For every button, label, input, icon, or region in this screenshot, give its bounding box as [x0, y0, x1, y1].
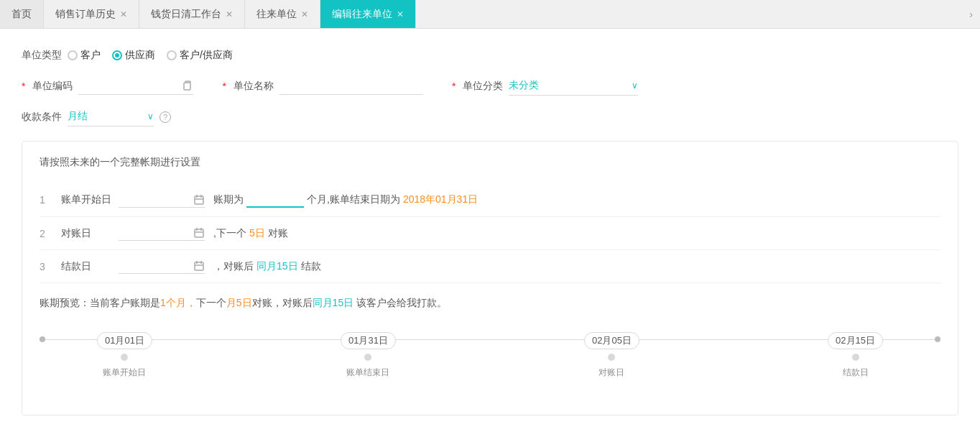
svg-rect-3	[195, 262, 203, 270]
svg-rect-2	[195, 229, 203, 237]
unit-category-field: * 单位分类 未分类 ∨	[452, 76, 638, 96]
tab-cash-work-label: 钱货日清工作台	[151, 8, 221, 21]
tabs-bar: 首页 销售订单历史 ✕ 钱货日清工作台 ✕ 往来单位 ✕ 编辑往来单位 ✕ ›	[0, 0, 980, 29]
preview-text: 账期预览：当前客户账期是1个月，下一个月5日对账，对账后同月15日 该客户会给我…	[40, 295, 940, 310]
preview-payment-day: 同月15日	[313, 297, 354, 308]
suffix-post-3: 结款	[301, 260, 321, 273]
unit-type-field: 单位类型 客户 供应商 客户/供应商	[22, 49, 233, 62]
reconcile-date-cal-icon[interactable]	[193, 227, 205, 239]
svg-rect-1	[195, 196, 203, 204]
start-date-cal-icon[interactable]	[193, 194, 205, 206]
suffix-pre-3: ，对账后	[213, 260, 254, 273]
radio-both-label: 客户/供应商	[180, 49, 233, 62]
radio-supplier[interactable]: 供应商	[112, 49, 155, 62]
unit-code-copy-icon[interactable]	[182, 80, 193, 91]
preview-reconcile-pre: 下一个	[196, 297, 226, 308]
preview-period: 1个月，	[160, 297, 196, 308]
tab-cash-work-close[interactable]: ✕	[226, 10, 233, 19]
payment-date-cal-icon[interactable]	[193, 260, 205, 272]
unit-category-select[interactable]: 未分类 ∨	[509, 76, 638, 96]
timeline-node-3-label: 结款日	[843, 367, 869, 379]
unit-category-label: 单位分类	[463, 80, 503, 93]
timeline-node-0: 01月01日 账单开始日	[97, 332, 152, 379]
period-input[interactable]: 1	[246, 192, 304, 208]
unit-code-label: 单位编码	[32, 80, 73, 93]
tab-cash-work[interactable]: 钱货日清工作台 ✕	[139, 0, 245, 28]
end-date-highlight: 2018年01月31日	[403, 193, 478, 206]
tab-counterparty-close[interactable]: ✕	[301, 10, 308, 19]
reconcile-day-highlight: 5日	[249, 227, 265, 240]
timeline-node-3-dot	[852, 354, 859, 361]
tab-home-label: 首页	[11, 8, 32, 21]
row-num-1: 1	[40, 194, 61, 206]
start-date-input[interactable]: 2018-01-01	[119, 193, 190, 207]
reconcile-date-input[interactable]: 2018-02-05	[119, 226, 190, 240]
tab-edit-counterparty-close[interactable]: ✕	[397, 10, 404, 19]
start-date-wrap: 2018-01-01	[119, 193, 205, 208]
payment-terms-value: 月结	[68, 110, 144, 123]
payment-date-input[interactable]: 2018-02-15	[119, 259, 190, 273]
unit-code-input-wrap: 000001	[78, 77, 193, 95]
timeline-node-0-label: 账单开始日	[103, 367, 146, 379]
radio-both[interactable]: 客户/供应商	[167, 49, 233, 62]
radio-customer-label: 客户	[80, 49, 101, 62]
timeline: 01月01日 账单开始日 01月31日 账单结束日 02月05日 对账日	[40, 325, 940, 400]
radio-supplier-circle	[112, 50, 122, 60]
timeline-node-2-date: 02月05日	[584, 332, 639, 349]
timeline-node-2-dot	[608, 354, 615, 361]
tab-edit-counterparty[interactable]: 编辑往来单位 ✕	[320, 0, 416, 28]
preview-suffix: 该客户会给我打款。	[356, 297, 447, 308]
section-title: 请按照未来的一个完整帐期进行设置	[40, 156, 940, 169]
tab-sales-history-label: 销售订单历史	[55, 8, 116, 21]
payment-terms-help-icon[interactable]: ?	[160, 111, 171, 123]
timeline-node-1-date: 01月31日	[341, 332, 396, 349]
unit-code-field: * 单位编码 000001	[22, 77, 193, 95]
row-key-2: 对账日	[61, 227, 119, 240]
main-content: 单位类型 客户 供应商 客户/供应商 * 单位编码	[0, 29, 980, 437]
radio-customer[interactable]: 客户	[68, 49, 101, 62]
unit-code-required: *	[22, 80, 25, 92]
tab-sales-history[interactable]: 销售订单历史 ✕	[44, 0, 139, 28]
preview-reconcile-day: 月5日	[226, 297, 252, 308]
svg-rect-0	[184, 83, 190, 90]
payment-terms-label: 收款条件	[22, 111, 62, 124]
payment-date-wrap: 2018-02-15	[119, 259, 205, 274]
tab-arrow[interactable]: ›	[962, 0, 980, 28]
suffix-pre-1: 账期为	[213, 193, 244, 206]
timeline-node-0-date: 01月01日	[97, 332, 152, 349]
detail-row-2: 2 对账日 2018-02-05 ,下一个 5日 对账	[40, 217, 940, 250]
timeline-nodes: 01月01日 账单开始日 01月31日 账单结束日 02月05日 对账日	[40, 332, 940, 379]
payment-day-highlight: 同月15日	[256, 260, 298, 273]
unit-type-row: 单位类型 客户 供应商 客户/供应商	[22, 49, 958, 62]
row-desc-1: 账期为 1 个月,账单结束日期为 2018年01月31日	[213, 192, 478, 208]
unit-code-input[interactable]: 000001	[78, 77, 179, 94]
row-desc-2: ,下一个 5日 对账	[213, 227, 288, 240]
row-num-2: 2	[40, 228, 61, 239]
billing-period-section: 请按照未来的一个完整帐期进行设置 1 账单开始日 2018-01-01 账期为 …	[22, 141, 958, 415]
payment-terms-select[interactable]: 月结 ∨	[68, 107, 154, 126]
row-key-3: 结款日	[61, 260, 119, 273]
radio-customer-circle	[68, 50, 78, 60]
timeline-node-2: 02月05日 对账日	[584, 332, 639, 379]
unit-type-label: 单位类型	[22, 49, 62, 62]
radio-supplier-label: 供应商	[125, 49, 155, 62]
row-key-1: 账单开始日	[61, 193, 119, 206]
tab-edit-counterparty-label: 编辑往来单位	[332, 8, 392, 21]
tab-sales-history-close[interactable]: ✕	[120, 10, 127, 19]
unit-category-value: 未分类	[509, 79, 629, 92]
unit-category-chevron-icon: ∨	[632, 80, 638, 91]
tab-home[interactable]: 首页	[0, 0, 44, 28]
radio-both-circle	[167, 50, 177, 60]
detail-row-3: 3 结款日 2018-02-15 ，对账后 同月15日 结款	[40, 250, 940, 283]
unit-name-input[interactable]: 河南供应商22	[279, 77, 423, 95]
payment-terms-field: 收款条件 月结 ∨ ?	[22, 107, 171, 126]
unit-info-row: * 单位编码 000001 * 单位名称 河南供应商22 * 单位分类 未分类 …	[22, 76, 958, 96]
tab-counterparty[interactable]: 往来单位 ✕	[245, 0, 320, 28]
unit-category-required: *	[452, 80, 456, 92]
payment-terms-chevron-icon: ∨	[147, 111, 154, 121]
preview-reconcile-post: 对账，对账后	[252, 297, 313, 308]
timeline-node-1: 01月31日 账单结束日	[341, 332, 396, 379]
timeline-node-3: 02月15日 结款日	[828, 332, 883, 379]
tab-counterparty-label: 往来单位	[256, 8, 297, 21]
timeline-node-2-label: 对账日	[598, 367, 624, 379]
